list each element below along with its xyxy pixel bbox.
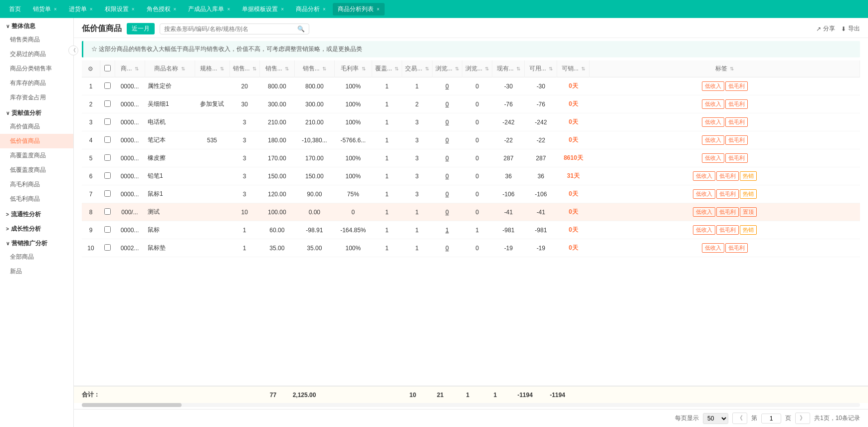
tag[interactable]: 低毛利	[716, 225, 739, 235]
row-view1[interactable]: 0	[432, 113, 462, 131]
view-link[interactable]: 0	[445, 137, 449, 144]
row-select-checkbox[interactable]	[104, 172, 111, 179]
row-select-checkbox[interactable]	[104, 244, 111, 251]
view-link[interactable]: 0	[445, 209, 449, 216]
nav-permission-settings[interactable]: 权限设置 ×	[100, 3, 140, 15]
tags-column-header[interactable]: 标签 ⇅	[590, 60, 860, 77]
row-checkbox[interactable]	[100, 113, 115, 131]
sidebar-item-in-stock-products[interactable]: 有库存的商品	[0, 76, 73, 90]
close-icon[interactable]: ×	[174, 6, 177, 12]
tag[interactable]: 低毛利	[725, 117, 748, 127]
sidebar-collapse-button[interactable]: 《	[68, 45, 78, 55]
nav-product-analysis[interactable]: 商品分析 ×	[291, 3, 331, 15]
nav-product-warehouse[interactable]: 产成品入库单 ×	[183, 3, 235, 15]
close-icon[interactable]: ×	[323, 6, 326, 12]
tag[interactable]: 低毛利	[716, 189, 739, 199]
row-select-checkbox[interactable]	[104, 136, 111, 143]
nav-template-settings[interactable]: 单据模板设置 ×	[237, 3, 289, 15]
sidebar-group-marketing[interactable]: ∨ 营销推广分析	[0, 235, 73, 250]
row-select-checkbox[interactable]	[104, 118, 111, 125]
view-link[interactable]: 1	[445, 227, 449, 234]
export-button[interactable]: ⬇ 导出	[841, 24, 860, 33]
row-checkbox[interactable]	[100, 167, 115, 185]
sidebar-item-high-margin[interactable]: 高毛利商品	[0, 177, 73, 192]
view-link[interactable]: 0	[445, 101, 449, 108]
saleable-column-header[interactable]: 可销... ⇅	[557, 60, 590, 77]
sidebar-item-high-coverage[interactable]: 高覆盖度商品	[0, 148, 73, 163]
sidebar-item-high-value[interactable]: 高价值商品	[0, 119, 73, 134]
page-number-input[interactable]	[761, 414, 781, 424]
row-select-checkbox[interactable]	[104, 100, 111, 107]
close-icon[interactable]: ×	[377, 6, 380, 12]
tag[interactable]: 低收入	[693, 189, 715, 199]
tag[interactable]: 热销	[740, 189, 757, 199]
sidebar-item-new-products[interactable]: 新品	[0, 264, 73, 279]
sidebar-item-low-coverage[interactable]: 低覆盖度商品	[0, 163, 73, 177]
close-icon[interactable]: ×	[281, 6, 284, 12]
horizontal-scrollbar[interactable]	[82, 403, 860, 407]
row-view1[interactable]: 1	[432, 221, 462, 239]
row-checkbox[interactable]	[100, 149, 115, 167]
scrollbar-thumb[interactable]	[82, 403, 182, 407]
spec-column-header[interactable]: 规格... ⇅	[195, 60, 229, 77]
current-column-header[interactable]: 现有... ⇅	[492, 60, 525, 77]
view-link[interactable]: 0	[445, 191, 449, 198]
sidebar-item-category-sales-rate[interactable]: 商品分类销售率	[0, 61, 73, 76]
tag[interactable]: 低毛利	[725, 153, 748, 163]
tag[interactable]: 低毛利	[716, 207, 739, 217]
tag[interactable]: 低收入	[693, 225, 715, 235]
tag[interactable]: 置顶	[740, 207, 757, 217]
nav-product-analysis-list[interactable]: 商品分析列表 ×	[333, 3, 385, 15]
row-checkbox[interactable]	[100, 131, 115, 149]
search-input[interactable]	[164, 25, 294, 32]
nav-role-auth[interactable]: 角色授权 ×	[142, 3, 182, 15]
close-icon[interactable]: ×	[132, 6, 135, 12]
code-column-header[interactable]: 商... ⇅	[115, 60, 145, 77]
per-page-select[interactable]: 50 100	[703, 413, 728, 424]
sidebar-item-traded-products[interactable]: 交易过的商品	[0, 47, 73, 61]
close-icon[interactable]: ×	[54, 6, 57, 12]
view-link[interactable]: 0	[445, 83, 449, 90]
tag[interactable]: 低收入	[693, 207, 715, 217]
row-view1[interactable]: 0	[432, 167, 462, 185]
row-select-checkbox[interactable]	[104, 226, 111, 233]
tag[interactable]: 低收入	[702, 99, 724, 109]
sales-qty-column-header[interactable]: 销售... ⇅	[229, 60, 259, 77]
tag[interactable]: 低毛利	[725, 99, 748, 109]
nav-sales-order[interactable]: 销货单 ×	[28, 3, 62, 15]
tag[interactable]: 低收入	[702, 153, 724, 163]
close-icon[interactable]: ×	[227, 6, 230, 12]
tag[interactable]: 低毛利	[725, 135, 748, 145]
row-checkbox[interactable]	[100, 185, 115, 203]
row-view1[interactable]: 0	[432, 95, 462, 113]
sidebar-item-all-products[interactable]: 全部商品	[0, 250, 73, 264]
view-link[interactable]: 0	[445, 119, 449, 126]
view2-column-header[interactable]: 浏览... ⇅	[462, 60, 492, 77]
settings-column-header[interactable]: ⚙	[82, 60, 100, 77]
view-link[interactable]: 0	[445, 245, 449, 252]
tag[interactable]: 低收入	[702, 243, 724, 253]
tag[interactable]: 低收入	[693, 171, 715, 181]
share-button[interactable]: ↗ 分享	[816, 24, 835, 33]
sidebar-group-overall[interactable]: ∨ 整体信息	[0, 18, 73, 32]
row-view1[interactable]: 0	[432, 203, 462, 221]
tag[interactable]: 低毛利	[725, 81, 748, 91]
row-checkbox[interactable]	[100, 239, 115, 257]
tag[interactable]: 低收入	[702, 81, 724, 91]
gross-margin-column-header[interactable]: 毛利率 ⇅	[334, 60, 372, 77]
row-select-checkbox[interactable]	[104, 190, 111, 197]
available-column-header[interactable]: 可用... ⇅	[525, 60, 557, 77]
select-all-checkbox[interactable]	[104, 65, 111, 71]
sidebar-group-growth[interactable]: > 成长性分析	[0, 221, 73, 235]
sidebar-item-low-value[interactable]: 低价值商品	[0, 134, 73, 148]
period-button[interactable]: 近一月	[127, 23, 155, 34]
row-view1[interactable]: 0	[432, 185, 462, 203]
view1-column-header[interactable]: 浏览... ⇅	[432, 60, 462, 77]
row-select-checkbox[interactable]	[104, 154, 111, 161]
close-icon[interactable]: ×	[90, 6, 93, 12]
view-link[interactable]: 0	[445, 155, 449, 162]
tag[interactable]: 热销	[740, 171, 757, 181]
sales-amount-column-header[interactable]: 销售... ⇅	[294, 60, 334, 77]
sidebar-item-stock-capital[interactable]: 库存资金占用	[0, 90, 73, 105]
tag[interactable]: 热销	[740, 225, 757, 235]
